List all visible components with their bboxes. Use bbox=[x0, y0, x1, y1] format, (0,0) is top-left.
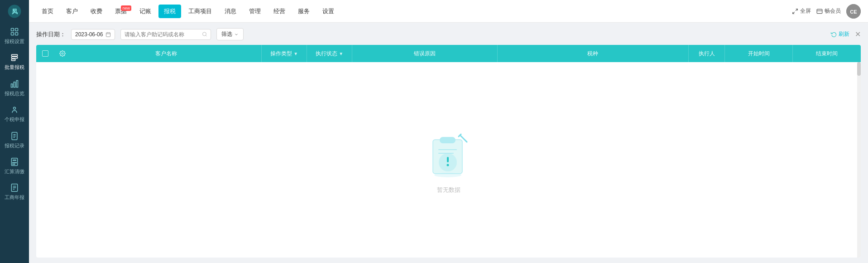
sidebar-item-baoshui-jilu[interactable]: 报税记录 bbox=[0, 127, 29, 153]
svg-text:凤: 凤 bbox=[11, 8, 18, 15]
svg-rect-18 bbox=[13, 160, 16, 161]
table-body: 暂无数据 bbox=[36, 62, 861, 258]
search-input[interactable] bbox=[125, 31, 200, 38]
svg-point-47 bbox=[446, 164, 449, 166]
date-label: 操作日期： bbox=[36, 30, 66, 39]
sidebar-item-baoshui-shezhi[interactable]: 报税设置 bbox=[0, 23, 29, 49]
topnav: 首页 客户 收费 票据 new 记账 报税 工商项目 消息 管理 经营 服务 设… bbox=[29, 0, 868, 23]
empty-text: 暂无数据 bbox=[437, 186, 460, 194]
nav-guanli[interactable]: 管理 bbox=[244, 5, 266, 18]
th-op-type[interactable]: 操作类型 ▼ bbox=[262, 45, 307, 62]
svg-point-20 bbox=[14, 162, 15, 163]
nav-jizhang[interactable]: 记账 bbox=[134, 5, 157, 18]
nav-shezhi[interactable]: 设置 bbox=[317, 5, 340, 18]
svg-rect-30 bbox=[817, 9, 822, 13]
th-status[interactable]: 执行状态 ▼ bbox=[307, 45, 352, 62]
search-box[interactable] bbox=[120, 29, 211, 40]
th-checkbox[interactable] bbox=[36, 50, 54, 57]
svg-rect-11 bbox=[16, 80, 18, 87]
scrollbar-thumb[interactable] bbox=[857, 62, 861, 76]
svg-rect-9 bbox=[11, 84, 13, 88]
svg-point-12 bbox=[14, 107, 16, 109]
close-button[interactable]: ✕ bbox=[855, 31, 861, 38]
nav-baoshui[interactable]: 报税 bbox=[158, 5, 181, 18]
empty-illustration bbox=[422, 126, 476, 180]
nav-piao[interactable]: 票据 new bbox=[110, 5, 132, 18]
person-tax-icon bbox=[8, 104, 21, 115]
nav-gongshang[interactable]: 工商项目 bbox=[183, 5, 217, 18]
search-icon bbox=[202, 31, 207, 37]
settings-icon bbox=[8, 26, 21, 37]
sidebar: 凤 报税设置 批量报税 报税总览 个税 bbox=[0, 0, 29, 263]
svg-rect-2 bbox=[11, 29, 14, 31]
calendar-icon bbox=[106, 32, 111, 37]
svg-rect-5 bbox=[15, 33, 18, 35]
nav-xiaoxi[interactable]: 消息 bbox=[219, 5, 242, 18]
sidebar-item-gongshang-nianbao[interactable]: 工商年报 bbox=[0, 179, 29, 205]
record-icon bbox=[8, 131, 21, 141]
date-picker[interactable]: 2023-06-06 bbox=[71, 29, 115, 40]
annual-report-icon bbox=[8, 182, 21, 193]
nav-shoufei[interactable]: 收费 bbox=[85, 5, 108, 18]
nav-home[interactable]: 首页 bbox=[36, 5, 59, 18]
svg-rect-8 bbox=[11, 59, 15, 61]
column-settings-icon bbox=[59, 50, 66, 57]
chevron-down-icon bbox=[234, 32, 239, 37]
batch-tax-icon bbox=[8, 52, 21, 63]
sort-optype-icon: ▼ bbox=[293, 51, 298, 56]
svg-rect-4 bbox=[11, 33, 14, 35]
calc-icon bbox=[8, 156, 21, 167]
svg-text:CE: CE bbox=[850, 9, 857, 15]
content-area: 操作日期： 2023-06-06 筛选 bbox=[29, 23, 868, 263]
table-container: 客户名称 操作类型 ▼ 执行状态 ▼ 错误原因 税种 bbox=[36, 45, 861, 258]
new-badge: new bbox=[121, 5, 131, 11]
page-content: 操作日期： 2023-06-06 筛选 bbox=[29, 23, 868, 263]
th-error-reason: 错误原因 bbox=[352, 45, 498, 62]
refresh-button[interactable]: 刷新 bbox=[831, 30, 849, 38]
app-logo: 凤 bbox=[0, 0, 29, 23]
th-customer-name: 客户名称 bbox=[71, 45, 262, 62]
svg-point-40 bbox=[62, 53, 63, 54]
svg-point-23 bbox=[14, 164, 15, 165]
svg-rect-10 bbox=[14, 82, 15, 88]
sidebar-item-geshui-shenbao[interactable]: 个税申报 bbox=[0, 101, 29, 127]
svg-point-21 bbox=[16, 162, 17, 163]
scrollbar[interactable] bbox=[857, 62, 861, 258]
user-avatar[interactable]: CE bbox=[846, 4, 861, 19]
overview-icon bbox=[8, 78, 21, 89]
fullscreen-icon bbox=[792, 8, 798, 15]
sidebar-item-piliang-baoshui[interactable]: 批量报税 bbox=[0, 49, 29, 74]
svg-rect-42 bbox=[440, 137, 456, 143]
svg-rect-46 bbox=[447, 157, 449, 162]
svg-rect-34 bbox=[106, 33, 110, 37]
member-icon bbox=[816, 8, 823, 15]
sidebar-item-huisuan-jiaoshu[interactable]: 汇算清缴 bbox=[0, 153, 29, 179]
svg-point-19 bbox=[13, 162, 14, 163]
sort-status-icon: ▼ bbox=[339, 51, 343, 56]
member-button[interactable]: 畅会员 bbox=[816, 7, 841, 15]
nav-items: 首页 客户 收费 票据 new 记账 报税 工商项目 消息 管理 经营 服务 设… bbox=[36, 5, 792, 18]
th-end-time: 结束时间 bbox=[793, 45, 861, 62]
fullscreen-button[interactable]: 全屏 bbox=[792, 7, 811, 15]
svg-rect-6 bbox=[11, 55, 17, 56]
select-all-checkbox[interactable] bbox=[42, 50, 48, 57]
th-tax-type: 税种 bbox=[498, 45, 689, 62]
nav-jingying[interactable]: 经营 bbox=[268, 5, 291, 18]
svg-point-50 bbox=[434, 173, 461, 177]
main-area: 首页 客户 收费 票据 new 记账 报税 工商项目 消息 管理 经营 服务 设… bbox=[29, 0, 868, 263]
th-settings[interactable] bbox=[54, 50, 71, 57]
svg-line-39 bbox=[206, 35, 206, 36]
nav-kehu[interactable]: 客户 bbox=[61, 5, 83, 18]
th-start-time: 开始时间 bbox=[725, 45, 793, 62]
svg-point-38 bbox=[202, 32, 206, 36]
topnav-right: 全屏 畅会员 CE bbox=[792, 4, 861, 19]
toolbar: 操作日期： 2023-06-06 筛选 bbox=[36, 28, 861, 40]
th-executor: 执行人 bbox=[689, 45, 725, 62]
empty-state: 暂无数据 bbox=[422, 126, 476, 194]
svg-rect-7 bbox=[11, 57, 17, 58]
nav-fuwu[interactable]: 服务 bbox=[293, 5, 315, 18]
svg-rect-3 bbox=[15, 29, 18, 31]
sidebar-item-baoshui-zonglang[interactable]: 报税总览 bbox=[0, 75, 29, 101]
refresh-icon bbox=[831, 31, 837, 37]
filter-button[interactable]: 筛选 bbox=[216, 28, 244, 40]
